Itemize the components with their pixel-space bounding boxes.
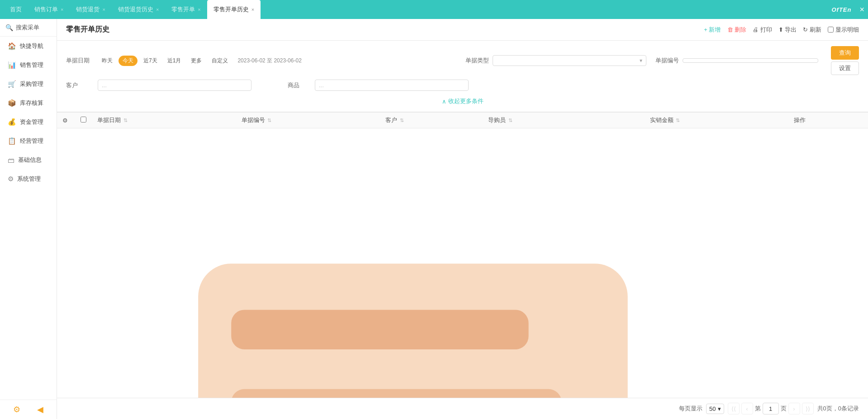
collapse-label: 收起更多条件: [448, 97, 484, 105]
date-btn-更多[interactable]: 更多: [187, 56, 206, 66]
table-header-row: ⚙单据日期 ⇅单据编号 ⇅客户 ⇅导购员 ⇅实销金额 ⇅操作: [57, 113, 868, 128]
tab-close-销售订单[interactable]: ×: [61, 7, 63, 12]
collapse-button[interactable]: ∧ 收起更多条件: [442, 97, 484, 105]
setting-button[interactable]: 设置: [831, 61, 859, 75]
tab-销售订单[interactable]: 销售订单×: [28, 0, 70, 19]
add-button[interactable]: + 新增: [704, 26, 721, 34]
tab-首页[interactable]: 首页: [4, 0, 28, 19]
sidebar-item-系统管理[interactable]: ⚙系统管理: [0, 169, 57, 188]
sidebar-search[interactable]: 🔍 搜索采单: [0, 19, 57, 37]
main-layout: 🔍 搜索采单 🏠快捷导航📊销售管理🛒采购管理📦库存核算💰资金管理📋经营管理🗃基础…: [0, 19, 868, 419]
doc-num-label: 单据编号: [655, 56, 683, 65]
refresh-button[interactable]: ↻ 刷新: [803, 26, 821, 34]
sidebar-search-label: 搜索采单: [16, 24, 39, 32]
sidebar-item-基础信息[interactable]: 🗃基础信息: [0, 151, 57, 169]
query-button[interactable]: 查询: [831, 46, 859, 60]
sidebar-item-经营管理[interactable]: 📋经营管理: [0, 132, 57, 151]
empty-state: 暂无数据: [57, 128, 868, 398]
toolbar: + 新增 🗑 删除 🖨 打印 ⬆ 导出 ↻ 刷新 显示明细: [704, 26, 859, 34]
page-size-arrow: ▾: [718, 405, 721, 412]
empty-row: 暂无数据: [57, 128, 868, 398]
table-col-单据编号[interactable]: 单据编号 ⇅: [236, 113, 380, 128]
doc-type-select[interactable]: ▾: [493, 55, 646, 66]
collapse-icon[interactable]: ◀: [37, 405, 43, 414]
date-label: 单据日期: [66, 56, 98, 65]
sidebar-icon-销售管理: 📊: [8, 61, 16, 69]
prev-page-btn[interactable]: ‹: [741, 403, 753, 414]
table-col-单据日期[interactable]: 单据日期 ⇅: [92, 113, 236, 128]
date-btn-今天[interactable]: 今天: [119, 56, 138, 66]
next-page-btn[interactable]: ›: [788, 403, 800, 414]
table-body: 暂无数据: [57, 128, 868, 398]
tab-销货退货[interactable]: 销货退货×: [70, 0, 111, 19]
sort-icon-导购员: ⇅: [508, 118, 512, 123]
tab-close-零售开单历史[interactable]: ×: [251, 7, 254, 12]
tab-close-销货退货历史[interactable]: ×: [156, 7, 159, 12]
display-checkbox[interactable]: [828, 27, 834, 33]
sidebar-item-库存核算[interactable]: 📦库存核算: [0, 94, 57, 113]
customer-label: 客户: [66, 81, 98, 89]
sidebar-icon-系统管理: ⚙: [8, 175, 14, 183]
table-settings-col[interactable]: ⚙: [57, 113, 75, 128]
sidebar-label-库存核算: 库存核算: [20, 99, 43, 107]
goods-input[interactable]: ...: [315, 80, 469, 91]
sidebar-label-快捷导航: 快捷导航: [20, 42, 43, 50]
sidebar-icon-资金管理: 💰: [8, 118, 16, 126]
export-button[interactable]: ⬆ 导出: [778, 26, 797, 34]
sidebar-label-系统管理: 系统管理: [17, 175, 41, 183]
sort-icon-单据日期: ⇅: [123, 118, 128, 123]
date-btn-近1月[interactable]: 近1月: [163, 56, 185, 66]
delete-button[interactable]: 🗑 删除: [727, 26, 747, 34]
svg-rect-2: [231, 389, 561, 398]
pagination: 每页显示 50 ▾ ⟨⟨ ‹ 第 页 › ⟩⟩ 共0页，0条记录: [57, 398, 868, 419]
sidebar-item-采购管理[interactable]: 🛒采购管理: [0, 75, 57, 94]
display-toggle[interactable]: 显示明细: [828, 26, 859, 34]
table-col-导购员[interactable]: 导购员 ⇅: [483, 113, 606, 128]
filter-row-1: 单据日期 昨天今天近7天近1月更多自定义 2023-06-02 至 2023-0…: [66, 46, 859, 75]
date-btn-近7天[interactable]: 近7天: [139, 56, 161, 66]
goods-placeholder: ...: [319, 82, 324, 89]
total-info: 共0页，0条记录: [817, 405, 859, 413]
date-range: 2023-06-02 至 2023-06-02: [237, 57, 301, 65]
settings-icon[interactable]: ⚙: [13, 405, 20, 414]
page-size-select[interactable]: 50 ▾: [706, 404, 724, 414]
sidebar-item-快捷导航[interactable]: 🏠快捷导航: [0, 37, 57, 56]
sidebar-label-采购管理: 采购管理: [20, 80, 43, 88]
tab-销货退货历史[interactable]: 销货退货历史×: [112, 0, 165, 19]
first-page-btn[interactable]: ⟨⟨: [728, 403, 740, 414]
sidebar-item-资金管理[interactable]: 💰资金管理: [0, 113, 57, 132]
tab-零售开单历史[interactable]: 零售开单历史×: [207, 0, 261, 19]
top-bar: 首页销售订单×销货退货×销货退货历史×零售开单×零售开单历史× OfTEn ×: [0, 0, 868, 19]
date-btn-自定义[interactable]: 自定义: [208, 56, 232, 66]
data-table: ⚙单据日期 ⇅单据编号 ⇅客户 ⇅导购员 ⇅实销金额 ⇅操作: [57, 112, 868, 398]
date-btn-昨天[interactable]: 昨天: [98, 56, 117, 66]
top-bar-right: OfTEn ×: [831, 5, 864, 14]
table-area: ⚙单据日期 ⇅单据编号 ⇅客户 ⇅导购员 ⇅实销金额 ⇅操作: [57, 112, 868, 398]
select-all-checkbox[interactable]: [81, 117, 86, 122]
sidebar-label-基础信息: 基础信息: [18, 156, 42, 164]
sidebar-icon-经营管理: 📋: [8, 137, 16, 145]
close-btn[interactable]: ×: [859, 5, 864, 14]
table-col-实销金额[interactable]: 实销金额 ⇅: [645, 113, 789, 128]
tab-close-零售开单[interactable]: ×: [198, 7, 200, 12]
search-icon: 🔍: [5, 24, 13, 31]
tab-close-销货退货[interactable]: ×: [102, 7, 105, 12]
page-size-label: 每页显示: [679, 405, 702, 413]
page-label: 第: [755, 405, 761, 413]
sidebar-items-container: 🏠快捷导航📊销售管理🛒采购管理📦库存核算💰资金管理📋经营管理🗃基础信息⚙系统管理: [0, 37, 57, 188]
last-page-btn[interactable]: ⟩⟩: [802, 403, 814, 414]
doc-num-input[interactable]: [683, 58, 818, 63]
filter-area: 单据日期 昨天今天近7天近1月更多自定义 2023-06-02 至 2023-0…: [57, 41, 868, 112]
customer-input[interactable]: ...: [98, 80, 251, 91]
table-col-操作: 操作: [788, 113, 868, 128]
svg-rect-1: [231, 310, 528, 349]
page-input[interactable]: [763, 403, 779, 414]
table-col-客户[interactable]: 客户 ⇅: [380, 113, 483, 128]
table-checkbox-col[interactable]: [75, 113, 92, 128]
sidebar-item-销售管理[interactable]: 📊销售管理: [0, 56, 57, 75]
tab-零售开单[interactable]: 零售开单×: [165, 0, 207, 19]
action-btns: 查询 设置: [831, 46, 859, 75]
print-button[interactable]: 🖨 打印: [753, 26, 772, 34]
display-label: 显示明细: [835, 26, 859, 34]
collapse-up-icon: ∧: [442, 98, 446, 105]
